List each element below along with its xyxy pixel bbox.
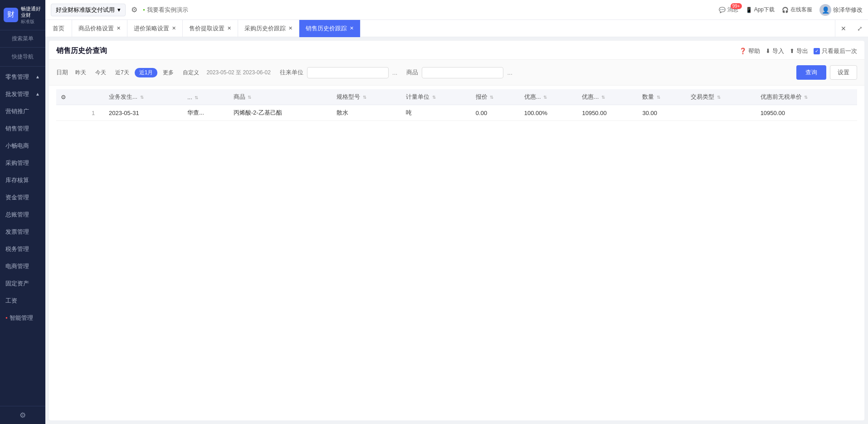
col-tx-type[interactable]: 交易类型 ⇅ [686,89,756,105]
product-filter-input[interactable] [422,67,503,78]
sidebar-item-ecommerce[interactable]: 电商管理 [0,258,45,275]
date-btn-custom[interactable]: 自定义 [179,68,203,77]
page-header: 销售历史价查询 ❓ 帮助 ⬇ 导入 ⬆ 导出 ✓ 只看最后一次 [49,41,864,60]
app-download-button[interactable]: 📱 App下载 [746,6,775,14]
close-window-button[interactable]: ✕ [835,20,852,37]
col-gear[interactable]: ⚙ [56,89,82,105]
tab-purchase-strategy[interactable]: 进价策略设置 ✕ [127,20,183,37]
tab-home[interactable]: 首页 [45,20,72,37]
cell-unit: 吨 [401,105,471,121]
date-filter-label: 日期 [56,68,68,77]
tab-price-extract[interactable]: 售价提取设置 ✕ [183,20,238,37]
close-icon[interactable]: ✕ [350,25,354,31]
product-filter-label: 商品 [406,68,418,77]
cell-tx-type [686,105,756,121]
sort-icon: ⇅ [432,95,436,100]
sidebar-item-assets[interactable]: 固定资产 [0,275,45,292]
close-icon[interactable]: ✕ [172,25,176,31]
col-index [82,89,104,105]
sidebar: 财 畅捷通好业财 标准版 搜索菜单 快捷导航 零售管理 ▲ 批发管理 ▲ 营销推… [0,0,45,424]
sort-icon: ⇅ [248,95,251,100]
sidebar-item-ecommerce-small[interactable]: 小畅电商 [0,137,45,154]
settings-icon[interactable]: ⚙ [20,411,26,419]
sidebar-quick-nav[interactable]: 快捷导航 [0,48,45,67]
sidebar-logo: 财 畅捷通好业财 标准版 [0,0,45,30]
sidebar-item-marketing[interactable]: 营销推广 [0,103,45,120]
sidebar-bottom: ⚙ [0,406,45,424]
help-icon: ❓ [739,48,746,54]
sort-icon: ⇅ [490,95,493,100]
module-select[interactable]: 好业财标准版交付试用 ▾ [51,4,126,16]
date-btn-today[interactable]: 今天 [92,68,110,77]
sidebar-item-finance[interactable]: 资金管理 [0,189,45,206]
sidebar-item-retail[interactable]: 零售管理 ▲ [0,68,45,86]
date-btn-more[interactable]: 更多 [159,68,177,77]
sidebar-items: 零售管理 ▲ 批发管理 ▲ 营销推广 销售管理 小畅电商 采购管理 库存核算 资… [0,67,45,406]
table-header-row: ⚙ 业务发生... ⇅ ... ⇅ 商品 ⇅ [56,89,857,105]
query-button[interactable]: 查询 [796,65,826,80]
demo-link[interactable]: 我要看实例演示 [143,6,188,14]
cell-discount2: 10950.00 [577,105,638,121]
user-menu[interactable]: 👤 徐泽华修改 [819,4,863,16]
topbar: 好业财标准版交付试用 ▾ ⚙ 我要看实例演示 💬 消息 99+ 📱 App下载 … [45,0,868,20]
product-dots[interactable]: ... [507,69,512,76]
sort-icon: ⇅ [195,95,198,100]
sidebar-quick-nav-link[interactable]: 快捷导航 [0,50,45,63]
settings-button[interactable]: 设置 [830,65,857,80]
download-icon: 📱 [746,7,752,13]
table-row: 1 2023-05-31 华查... 丙烯酸-2-乙基己酯 散水 吨 0.00 … [56,105,857,121]
sidebar-item-smart[interactable]: 智能管理 [0,309,45,327]
app-logo-text: 畅捷通好业财 标准版 [21,5,42,24]
col-discount1[interactable]: 优惠... ⇅ [520,89,578,105]
avatar: 👤 [819,4,831,16]
sidebar-item-purchase[interactable]: 采购管理 [0,154,45,172]
date-range-display: 2023-05-02 至 2023-06-02 [206,69,270,77]
sidebar-item-invoice[interactable]: 发票管理 [0,223,45,241]
messages-button[interactable]: 💬 消息 99+ [719,6,738,14]
col-pretax-price[interactable]: 优惠前无税单价 ⇅ [756,89,857,105]
col-spec[interactable]: 规格型号 ⇅ [332,89,401,105]
source-unit-dots[interactable]: ... [392,69,398,76]
close-icon[interactable]: ✕ [117,25,121,31]
date-btn-last1m[interactable]: 近1月 [135,68,158,77]
sidebar-item-sales[interactable]: 销售管理 [0,120,45,137]
col-discount2[interactable]: 优惠... ⇅ [577,89,638,105]
col-unit[interactable]: 计量单位 ⇅ [401,89,471,105]
sidebar-search[interactable]: 搜索菜单 [0,30,45,48]
date-btn-yesterday[interactable]: 昨天 [72,68,90,77]
source-unit-input[interactable] [307,67,389,78]
sidebar-item-wholesale[interactable]: 批发管理 ▲ [0,86,45,103]
tab-product-price[interactable]: 商品价格设置 ✕ [72,20,127,37]
date-btn-last7[interactable]: 近7天 [112,68,133,77]
sidebar-item-salary[interactable]: 工资 [0,292,45,309]
import-icon: ⬇ [766,48,770,54]
gear-col-icon: ⚙ [61,94,66,101]
messages-badge: 99+ [731,3,742,9]
sort-icon: ⇅ [140,95,144,100]
close-icon[interactable]: ✕ [288,25,293,31]
col-dots[interactable]: ... ⇅ [183,89,229,105]
online-service-button[interactable]: 🎧 在线客服 [782,6,812,14]
tab-sales-history[interactable]: 销售历史价跟踪 ✕ [299,20,361,37]
topbar-settings-button[interactable]: ⚙ [131,5,137,14]
col-biz-date[interactable]: 业务发生... ⇅ [104,89,183,105]
sidebar-item-inventory[interactable]: 库存核算 [0,172,45,189]
last-only-checkbox-label[interactable]: ✓ 只看最后一次 [814,47,857,55]
import-button[interactable]: ⬇ 导入 [766,47,784,55]
chevron-down-icon: ▾ [117,6,121,13]
close-icon[interactable]: ✕ [227,25,231,31]
col-price[interactable]: 报价 ⇅ [471,89,520,105]
sidebar-item-tax[interactable]: 税务管理 [0,241,45,258]
app-logo-icon: 财 [4,8,18,22]
maximize-window-button[interactable]: ⤢ [852,20,868,37]
export-button[interactable]: ⬆ 导出 [790,47,808,55]
export-icon: ⬆ [790,48,795,54]
sort-icon: ⇅ [543,95,547,100]
tab-purchase-history[interactable]: 采购历史价跟踪 ✕ [238,20,299,37]
col-qty[interactable]: 数量 ⇅ [638,89,686,105]
product-filter: 商品 ... [406,67,512,78]
sidebar-item-ledger[interactable]: 总账管理 [0,206,45,223]
help-button[interactable]: ❓ 帮助 [739,47,760,55]
module-select-label: 好业财标准版交付试用 [56,6,115,14]
col-product[interactable]: 商品 ⇅ [229,89,332,105]
